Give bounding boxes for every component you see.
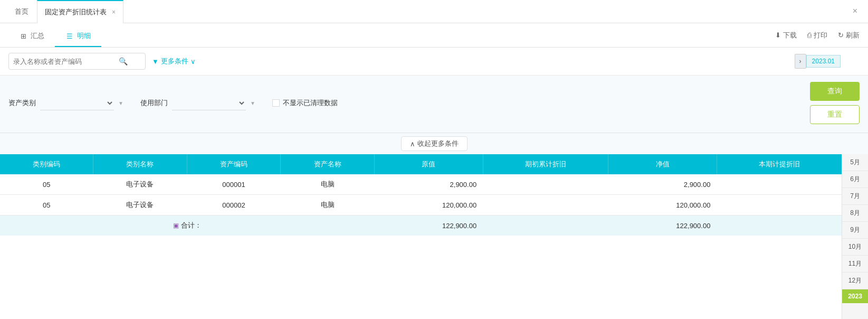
- tab-summary-label: 汇总: [31, 31, 44, 41]
- nav-tab[interactable]: 固定资产折旧统计表 ×: [37, 0, 123, 23]
- col-header-category: 类别名称: [93, 154, 187, 174]
- nav-home[interactable]: 首页: [8, 0, 35, 23]
- collapse-icon: ∧: [410, 140, 415, 148]
- cell-asset-code: 000001: [187, 174, 281, 195]
- cell-category: 电子设备: [93, 195, 187, 215]
- month-item[interactable]: 9月: [842, 222, 869, 239]
- col-header-code: 类别编码: [0, 154, 93, 174]
- search-input[interactable]: [13, 58, 119, 65]
- chevron-right-btn[interactable]: ›: [795, 54, 806, 69]
- sum-label: 合计：: [181, 221, 202, 230]
- asset-type-label: 资产类别: [8, 98, 36, 108]
- more-filter-button[interactable]: ▼ 更多条件 ∨: [152, 57, 196, 66]
- search-icon: 🔍: [119, 57, 128, 65]
- dept-dropdown-icon: ▼: [250, 100, 255, 106]
- collapse-label: 收起更多条件: [417, 139, 459, 148]
- sum-accum-depr: [483, 215, 608, 236]
- month-item[interactable]: 8月: [842, 205, 869, 222]
- sum-label-cell: ▣ 合计：: [0, 215, 375, 236]
- year-badge: 2023: [842, 289, 869, 303]
- cell-original: 2,900.00: [375, 174, 483, 195]
- query-button[interactable]: 查询: [810, 82, 860, 101]
- print-icon: ⎙: [807, 31, 812, 39]
- month-item[interactable]: 12月: [842, 273, 869, 289]
- reset-button[interactable]: 重置: [810, 105, 860, 124]
- sum-net-value: 122,900.00: [608, 215, 717, 236]
- no-cleared-label: 不显示已清理数据: [283, 98, 338, 108]
- cell-asset-name: 电脑: [281, 195, 375, 215]
- no-cleared-filter: 不显示已清理数据: [272, 98, 338, 108]
- month-item[interactable]: 6月: [842, 171, 869, 188]
- tab-detail[interactable]: ☰ 明细: [55, 26, 101, 47]
- cell-asset-code: 000002: [187, 195, 281, 215]
- dept-label: 使用部门: [140, 98, 168, 108]
- no-cleared-checkbox[interactable]: [272, 99, 280, 107]
- nav-tab-title: 固定资产折旧统计表: [45, 7, 107, 17]
- download-label: 下载: [783, 31, 797, 40]
- search-input-wrap: 🔍: [8, 53, 146, 70]
- asset-type-select[interactable]: [40, 96, 114, 110]
- sum-current-depr: [717, 215, 842, 236]
- cell-net-value: 120,000.00: [608, 195, 717, 215]
- asset-type-filter: 资产类别 ▼: [8, 96, 123, 110]
- cell-accum-depr: [483, 174, 608, 195]
- col-header-original: 原值: [375, 154, 483, 174]
- sum-original: 122,900.00: [375, 215, 483, 236]
- tab-detail-label: 明细: [77, 31, 91, 41]
- collapse-bar[interactable]: ∧ 收起更多条件: [0, 133, 868, 154]
- asset-type-dropdown-icon: ▼: [118, 100, 123, 106]
- col-header-asset-name: 资产名称: [281, 154, 375, 174]
- cell-code: 05: [0, 174, 93, 195]
- sum-row: ▣ 合计： 122,900.00 122,900.00: [0, 215, 842, 236]
- print-label: 打印: [814, 31, 827, 40]
- cell-current-depr: [717, 195, 842, 215]
- cell-category: 电子设备: [93, 174, 187, 195]
- refresh-label: 刷新: [846, 31, 860, 40]
- dept-filter: 使用部门 ▼: [140, 96, 255, 110]
- cell-accum-depr: [483, 195, 608, 215]
- close-window-icon[interactable]: ×: [853, 6, 857, 16]
- sum-icon: ▣: [173, 222, 179, 229]
- table-row: 05 电子设备 000001 电脑 2,900.00 2,900.00: [0, 174, 842, 195]
- download-button[interactable]: ⬇ 下载: [775, 31, 797, 40]
- month-item[interactable]: 7月: [842, 188, 869, 205]
- col-header-current-depr: 本期计提折旧: [717, 154, 842, 174]
- cell-asset-name: 电脑: [281, 174, 375, 195]
- list-icon: ☰: [65, 32, 74, 40]
- filter-icon: ▼: [152, 58, 159, 65]
- data-table: 类别编码 类别名称 资产编码 资产名称 原值 期初累计折旧 净值 本期计提折旧 …: [0, 154, 842, 236]
- dept-select[interactable]: [172, 96, 246, 110]
- nav-tab-close[interactable]: ×: [112, 8, 116, 16]
- col-header-asset-code: 资产编码: [187, 154, 281, 174]
- refresh-icon: ↻: [838, 31, 844, 39]
- more-filter-label: 更多条件: [161, 57, 188, 66]
- month-item[interactable]: 11月: [842, 256, 869, 273]
- month-item[interactable]: 10月: [842, 239, 869, 256]
- col-header-accum-depr: 期初累计折旧: [483, 154, 608, 174]
- cell-original: 120,000.00: [375, 195, 483, 215]
- cell-net-value: 2,900.00: [608, 174, 717, 195]
- month-item[interactable]: 5月: [842, 154, 869, 171]
- layers-icon: ⊞: [19, 32, 27, 40]
- refresh-button[interactable]: ↻ 刷新: [838, 31, 860, 40]
- col-header-net-value: 净值: [608, 154, 717, 174]
- table-row: 05 电子设备 000002 电脑 120,000.00 120,000.00: [0, 195, 842, 215]
- tab-summary[interactable]: ⊞ 汇总: [8, 26, 55, 47]
- cell-code: 05: [0, 195, 93, 215]
- download-icon: ⬇: [775, 31, 781, 39]
- print-button[interactable]: ⎙ 打印: [807, 31, 827, 40]
- cell-current-depr: [717, 174, 842, 195]
- date-indicator: 2023.01: [806, 55, 841, 68]
- chevron-down-icon: ∨: [190, 58, 196, 65]
